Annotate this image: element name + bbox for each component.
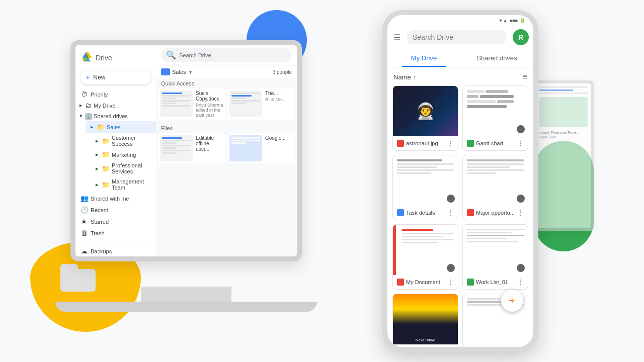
priority-icon: ⏱ <box>80 90 88 98</box>
major-name-row: Major opportu... <box>467 209 515 216</box>
sidebar-item-backups[interactable]: ☁ Backups <box>75 245 156 256</box>
sidebar-item-starred[interactable]: ★ Starred <box>75 216 156 227</box>
fab-button[interactable]: + <box>501 290 523 312</box>
backups-icon: ☁ <box>80 247 88 255</box>
astronaut-more-icon[interactable]: ⋮ <box>447 139 454 147</box>
desktop-header: 🔍 Search Drive <box>156 45 297 65</box>
laptop-base <box>55 302 317 312</box>
sort-control[interactable]: Name ↑ <box>393 73 416 81</box>
right-laptop-partial: doors Financial Fore... s past year <box>533 80 594 231</box>
sort-arrow-icon: ↑ <box>413 73 417 81</box>
fab-plus-icon: + <box>509 294 516 307</box>
quick-access-label: Quick Access <box>156 78 297 88</box>
file-card-tokyo[interactable]: Next Tokyo Next Tokyo... ⋮ <box>392 294 458 352</box>
signal-icon: ▼▲ <box>499 18 508 23</box>
sidebar-divider <box>75 242 156 242</box>
sidebar-item-customer[interactable]: ▸ 📁 Customer Success <box>86 133 156 149</box>
professional-folder-icon: 📁 <box>102 165 109 172</box>
drive-logo-text: Drive <box>96 54 112 62</box>
sidebar-item-recent[interactable]: 🕐 Recent <box>75 204 156 216</box>
worklist-avatar <box>516 263 526 273</box>
sidebar-item-sales[interactable]: ▸ 📁 Sales <box>86 121 156 133</box>
task-file-info: Task details ⋮ <box>393 206 458 220</box>
major-thumbnail <box>463 155 528 206</box>
files-label: Files <box>156 123 297 133</box>
quick-file-2-thumb <box>229 90 262 117</box>
shared-me-icon: 👥 <box>80 195 88 202</box>
tab-shared-drives[interactable]: Shared drives <box>460 49 533 67</box>
file-card-mydoc[interactable]: My Document ⋮ <box>392 224 458 290</box>
expand-sales: ▸ <box>91 124 94 130</box>
astronaut-file-info: astronaut.jpg ⋮ <box>393 136 458 150</box>
desktop-search-input[interactable]: Search Drive <box>179 52 211 58</box>
sidebar-label-recent: Recent <box>91 207 108 213</box>
folder-icon <box>161 68 170 75</box>
list-view-toggle-icon[interactable]: ≡ <box>523 72 527 81</box>
task-more-icon[interactable]: ⋮ <box>447 209 454 217</box>
worklist-thumbnail <box>463 225 528 275</box>
sidebar-label-shared: Shared drives <box>94 113 128 119</box>
sidebar-label-trash: Trash <box>91 230 105 236</box>
sidebar-item-management[interactable]: ▸ 📁 Management Team <box>86 176 156 193</box>
drive-logo-icon <box>82 52 93 63</box>
quick-file-2-info: The... Rich Me... <box>265 90 293 102</box>
sidebar-item-trash[interactable]: 🗑 Trash <box>75 227 156 239</box>
sidebar-item-marketing[interactable]: ▸ 📁 Marketing <box>86 149 156 160</box>
hamburger-menu-icon[interactable]: ☰ <box>393 33 400 42</box>
major-more-icon[interactable]: ⋮ <box>517 209 524 217</box>
drive-logo: Drive <box>75 50 156 68</box>
file-1-thumb <box>160 135 193 161</box>
expand-professional: ▸ <box>96 165 99 172</box>
file-card-task[interactable]: Task details ⋮ <box>392 155 458 220</box>
tokyo-more-icon[interactable]: ⋮ <box>447 347 454 352</box>
folder-header: Sales ▾ <box>161 68 192 75</box>
files-list: Editable offline docu... <box>156 133 297 165</box>
file-1-info: Editable offline docu... <box>196 135 223 153</box>
task-filename: Task details <box>406 210 435 216</box>
user-avatar: R <box>513 29 529 45</box>
file-1-name: Editable offline docu... <box>196 135 223 152</box>
sidebar-label-sales: Sales <box>107 124 121 130</box>
desktop-file-1[interactable]: Editable offline docu... <box>158 133 225 163</box>
sidebar-item-mydrive[interactable]: ▸ 🗂 My Drive <box>75 100 156 111</box>
quick-file-2-name: The... <box>265 90 293 96</box>
sidebar-label-backups: Backups <box>91 248 112 254</box>
sidebar-item-shared-with-me[interactable]: 👥 Shared with me <box>75 193 156 204</box>
file-card-gantt[interactable]: Gantt chart ⋮ <box>462 85 528 151</box>
right-file-name: doors Financial Fore... <box>539 130 588 135</box>
file-card-worklist[interactable]: Work List_01 ⋮ <box>462 224 528 290</box>
laptop-stand <box>141 287 231 302</box>
last-doc-icon <box>467 347 474 352</box>
file-2-info: Google... <box>265 135 293 142</box>
worklist-more-icon[interactable]: ⋮ <box>517 278 524 286</box>
sidebar-label-marketing: Marketing <box>112 152 136 158</box>
expand-marketing: ▸ <box>96 151 99 158</box>
tokyo-label: Next Tokyo <box>416 338 435 342</box>
management-folder-icon: 📁 <box>102 181 109 189</box>
sort-label: Name <box>393 73 411 81</box>
tab-my-drive[interactable]: My Drive <box>387 49 460 67</box>
last-name-row: ... <box>467 347 480 352</box>
worklist-file-info: Work List_01 ⋮ <box>463 275 528 289</box>
gantt-row-1 <box>467 90 524 93</box>
phone-search-input[interactable] <box>407 30 507 44</box>
sidebar-label-priority: Priority <box>91 92 108 98</box>
file-card-major[interactable]: Major opportu... ⋮ <box>462 155 528 220</box>
file-card-astronaut[interactable]: 👨‍🚀 astronaut.jpg ⋮ <box>392 85 458 151</box>
sidebar-item-professional[interactable]: ▸ 📁 Professional Services <box>86 160 156 176</box>
quick-file-1[interactable]: Sue's Copy.docx Priya Sharma edited in t… <box>158 88 225 120</box>
desktop-search-bar[interactable]: 🔍 Search Drive <box>161 48 292 62</box>
folder-name: Sales <box>172 69 186 75</box>
quick-file-2[interactable]: The... Rich Me... <box>227 88 295 120</box>
mydoc-more-icon[interactable]: ⋮ <box>447 278 454 286</box>
sidebar-item-priority[interactable]: ⏱ Priority <box>75 88 156 100</box>
expand-arrow: ▾ <box>79 113 83 119</box>
desktop-file-2[interactable]: Google... <box>227 133 295 163</box>
marketing-folder-icon: 📁 <box>102 151 109 158</box>
gantt-more-icon[interactable]: ⋮ <box>517 139 524 147</box>
sidebar-item-shared-drives[interactable]: ▾ 🏢 Shared drives <box>75 111 156 121</box>
new-button[interactable]: + New <box>80 70 151 84</box>
tokyo-jpg-icon <box>397 348 404 352</box>
sheet-icon <box>467 140 474 147</box>
avatar-letter: R <box>518 33 523 41</box>
